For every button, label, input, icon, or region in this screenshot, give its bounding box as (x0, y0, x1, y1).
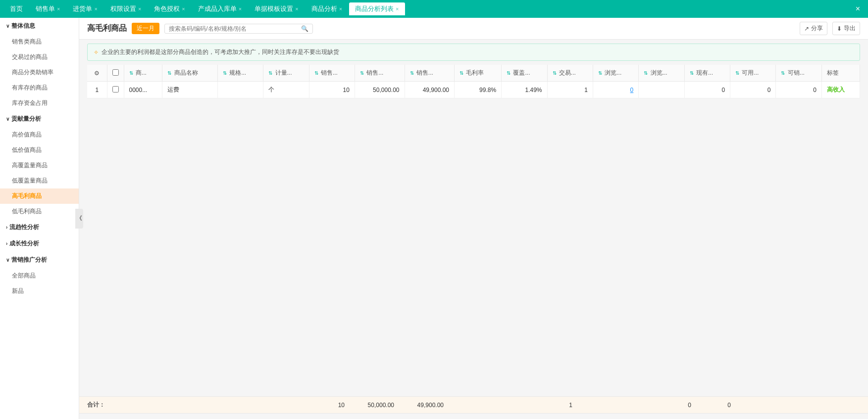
horizontal-scrollbar[interactable] (79, 413, 868, 419)
col-header-sales-amount[interactable]: ⇅ 销售... (355, 65, 405, 82)
footer-spacer3 (498, 402, 538, 409)
collapse-arrow-icon: ∨ (6, 23, 9, 29)
filter-period-button[interactable]: 近一月 (132, 23, 159, 34)
close-icon[interactable]: × (94, 6, 97, 12)
cell-current-stock: 0 (684, 82, 730, 98)
sidebar-item-low-value[interactable]: 低价值商品 (0, 142, 79, 158)
cell-available-stock: 0 (730, 82, 776, 98)
close-icon[interactable]: × (239, 6, 242, 12)
col-header-unit[interactable]: ⇅ 计量... (263, 65, 309, 82)
export-button[interactable]: ⬇ 导出 (832, 22, 860, 35)
sidebar-wrapper: ∨ 整体信息 销售类商品 交易过的商品 商品分类助销率 有库存的商品 库存资金占… (0, 18, 79, 419)
tab-permission[interactable]: 权限设置 × (104, 2, 147, 15)
sidebar-group-trend[interactable]: › 流趋性分析 (0, 219, 79, 235)
settings-icon[interactable]: ⚙ (94, 70, 100, 77)
col-header-coverage[interactable]: ⇅ 覆盖... (502, 65, 547, 82)
sidebar-group-growth[interactable]: › 成长性分析 (0, 235, 79, 252)
expand-arrow-icon: › (6, 241, 7, 246)
col-header-current-stock[interactable]: ⇅ 现有... (684, 65, 730, 82)
content-header: 高毛利商品 近一月 🔍 ↗ 分享 ⬇ 导出 (79, 18, 868, 40)
collapse-arrow-icon: ∨ (6, 116, 9, 122)
footer-totals: 合计： 10 50,000.00 49,900.00 1 0 0 (79, 396, 868, 413)
sidebar-item-category-rate[interactable]: 商品分类助销率 (0, 65, 79, 80)
sort-icon: ⇅ (781, 70, 785, 76)
sidebar-item-low-coverage[interactable]: 低覆盖量商品 (0, 173, 79, 188)
sort-icon: ⇅ (507, 70, 511, 76)
table-header-row: ⚙ ⇅ 商... ⇅ 商品名称 (87, 65, 860, 82)
sort-icon: ⇅ (167, 70, 171, 76)
tip-icon: ✧ (94, 49, 99, 56)
col-header-sellable-stock[interactable]: ⇅ 可销... (776, 65, 821, 82)
search-input[interactable] (169, 25, 299, 32)
sidebar-item-all-goods[interactable]: 全部商品 (0, 268, 79, 283)
footer-spacer4 (577, 402, 617, 409)
col-header-browse2[interactable]: ⇅ 浏览... (639, 65, 684, 82)
sidebar-group-marketing[interactable]: ∨ 营销推广分析 (0, 252, 79, 268)
sidebar-item-high-coverage[interactable]: 高覆盖量商品 (0, 158, 79, 173)
footer-current-stock: 0 (657, 402, 696, 409)
cell-code: 0000... (124, 82, 162, 98)
col-header-available-stock[interactable]: ⇅ 可用... (730, 65, 776, 82)
sidebar-item-in-stock[interactable]: 有库存的商品 (0, 80, 79, 95)
close-icon[interactable]: × (339, 6, 342, 12)
sidebar-collapse-button[interactable]: 《 (75, 209, 83, 229)
sidebar-item-traded-goods[interactable]: 交易过的商品 (0, 49, 79, 65)
footer-transactions: 1 (538, 402, 577, 409)
close-icon[interactable]: × (295, 6, 298, 12)
col-header-browse1[interactable]: ⇅ 浏览... (593, 65, 638, 82)
tab-purchase[interactable]: 进货单 × (67, 2, 103, 15)
close-icon[interactable]: × (57, 6, 60, 12)
sort-icon: ⇅ (644, 70, 648, 76)
tab-sales[interactable]: 销售单 × (30, 2, 66, 15)
col-header-spec[interactable]: ⇅ 规格... (217, 65, 263, 82)
footer-spacer2 (449, 402, 498, 409)
cell-checkbox (107, 82, 124, 98)
cell-sales-cost: 49,900.00 (405, 82, 455, 98)
tab-product-analysis[interactable]: 商品分析 × (306, 2, 348, 15)
sort-icon: ⇅ (360, 70, 364, 76)
content-area: 高毛利商品 近一月 🔍 ↗ 分享 ⬇ 导出 ✧ 企业的主要的利润都是这部分商品创… (79, 18, 868, 419)
close-icon[interactable]: × (182, 6, 185, 12)
sidebar-item-sales-goods[interactable]: 销售类商品 (0, 34, 79, 49)
expand-arrow-icon: › (6, 225, 7, 230)
row-checkbox[interactable] (112, 86, 119, 93)
col-header-transactions[interactable]: ⇅ 交易... (547, 65, 593, 82)
col-header-name[interactable]: ⇅ 商品名称 (162, 65, 217, 82)
sort-icon: ⇅ (223, 70, 227, 76)
sidebar-item-stock-capital[interactable]: 库存资金占用 (0, 95, 79, 111)
sort-icon: ⇅ (460, 70, 463, 76)
select-all-checkbox[interactable] (112, 69, 119, 76)
tab-product-analysis-list[interactable]: 商品分析列表 × (349, 2, 405, 15)
close-icon[interactable]: × (396, 6, 399, 12)
table-container: ⚙ ⇅ 商... ⇅ 商品名称 (87, 65, 860, 396)
share-button[interactable]: ↗ 分享 (800, 22, 827, 35)
sort-icon: ⇅ (314, 70, 318, 76)
tab-template[interactable]: 单据模板设置 × (249, 2, 304, 15)
sidebar: ∨ 整体信息 销售类商品 交易过的商品 商品分类助销率 有库存的商品 库存资金占… (0, 18, 79, 419)
col-header-gross-margin[interactable]: ⇅ 毛利率 (455, 65, 502, 82)
col-header-sales-cost[interactable]: ⇅ 销售... (405, 65, 455, 82)
col-header-sales-qty[interactable]: ⇅ 销售... (309, 65, 355, 82)
sidebar-item-high-value[interactable]: 高价值商品 (0, 127, 79, 142)
col-header-code[interactable]: ⇅ 商... (124, 65, 162, 82)
sidebar-item-new-goods[interactable]: 新品 (0, 283, 79, 299)
footer-cell-spacer1 (127, 402, 310, 409)
cell-tag: 高收入 (821, 82, 860, 98)
tab-role[interactable]: 角色授权 × (148, 2, 191, 15)
sidebar-item-high-margin[interactable]: 高毛利商品 (0, 188, 79, 204)
tab-home[interactable]: 首页 (4, 2, 29, 15)
search-icon[interactable]: 🔍 (301, 25, 308, 32)
cell-unit: 个 (263, 82, 309, 98)
share-icon: ↗ (804, 25, 809, 32)
browse-link[interactable]: 0 (630, 87, 634, 93)
cell-spec (217, 82, 263, 98)
sidebar-item-low-margin[interactable]: 低毛利商品 (0, 204, 79, 219)
close-icon[interactable]: × (138, 6, 141, 12)
sidebar-group-overall[interactable]: ∨ 整体信息 (0, 18, 79, 34)
export-icon: ⬇ (837, 25, 842, 32)
tab-product-storage[interactable]: 产成品入库单 × (192, 2, 248, 15)
close-all-button[interactable]: × (852, 4, 864, 13)
sidebar-group-contribution[interactable]: ∨ 贡献量分析 (0, 111, 79, 127)
sort-icon: ⇅ (553, 70, 557, 76)
sort-icon: ⇅ (268, 70, 272, 76)
